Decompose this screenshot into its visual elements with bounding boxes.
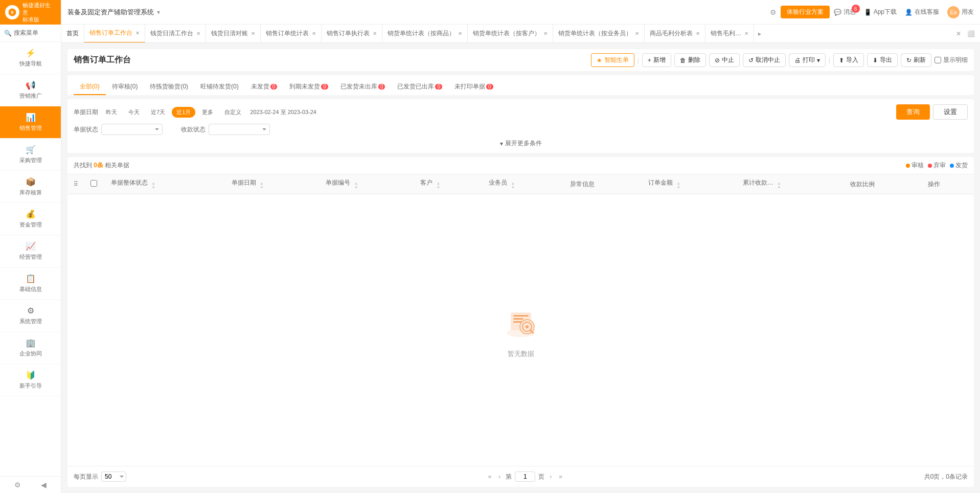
delete-icon: 🗑	[680, 57, 686, 64]
sidebar-item-finance[interactable]: 💰 资金管理	[0, 203, 61, 235]
sidebar-item-sales[interactable]: 📊 销售管理	[0, 106, 61, 139]
query-btn[interactable]: 查询	[896, 104, 930, 120]
tabbar-more-btn[interactable]: ▸	[754, 30, 765, 37]
date-btn-1month[interactable]: 近1月	[172, 107, 195, 118]
sidebar-item-operation[interactable]: 📈 经营管理	[0, 235, 61, 267]
expand-btn[interactable]: ▾ 展开更多条件	[500, 139, 542, 148]
sidebar-item-enterprise[interactable]: 🏢 企业协同	[0, 332, 61, 364]
sidebar-item-system[interactable]: ⚙ 系统管理	[0, 300, 61, 332]
table-area: 共找到 0条 相关单据 审核 弃审 发货	[67, 157, 974, 487]
tab-cash-reconcile[interactable]: 钱货日清对账 ✕	[206, 25, 261, 43]
last-page-btn[interactable]: »	[557, 472, 564, 481]
add-btn[interactable]: + 新增	[642, 53, 671, 67]
tab-cash-daily[interactable]: 钱货日清工作台 ✕	[145, 25, 206, 43]
date-btn-yesterday[interactable]: 昨天	[101, 107, 122, 118]
unreviewed-dot	[928, 164, 932, 168]
col-no[interactable]: 单据编号 ▲▼	[320, 174, 414, 194]
stop-btn[interactable]: ⊘ 中止	[709, 53, 740, 67]
tab-sales-stat[interactable]: 销售订单统计表 ✕	[261, 25, 322, 43]
cancel-stop-btn[interactable]: ↺ 取消中止	[743, 53, 786, 67]
col-customer[interactable]: 客户 ▲▼	[414, 174, 483, 194]
user-area[interactable]: Ea 用友	[947, 6, 974, 18]
prev-page-btn[interactable]: ‹	[496, 472, 503, 481]
date-btn-7days[interactable]: 近7天	[146, 107, 170, 118]
message-btn[interactable]: 💬 💬 6 消息	[834, 8, 856, 16]
plus-icon: +	[648, 57, 651, 64]
online-service-btn[interactable]: 👤 在线客服	[905, 8, 939, 16]
page-size-selector[interactable]: 50 10 20 100	[101, 472, 126, 482]
print-btn[interactable]: 🖨 打印 ▾	[789, 53, 826, 67]
import-btn[interactable]: ⬆ 导入	[833, 53, 864, 67]
filter-tab-not-printed[interactable]: 未打印单据0	[448, 79, 499, 95]
status-filter: 单据状态	[74, 124, 163, 135]
sidebar-item-quick-nav[interactable]: ⚡ 快捷导航	[0, 42, 61, 74]
tabbar-maximize-btn[interactable]: ⬜	[966, 29, 976, 39]
sidebar-item-basic-info[interactable]: 📋 基础信息	[0, 267, 61, 300]
search-menu[interactable]: 🔍 搜索菜单	[0, 25, 61, 42]
tab-home[interactable]: 首页	[61, 25, 84, 43]
stop-icon: ⊘	[715, 57, 720, 64]
export-btn[interactable]: ⬇ 导出	[867, 53, 898, 67]
tabbar-close-all-btn[interactable]: ✕	[953, 29, 964, 39]
status-select[interactable]	[101, 124, 163, 135]
sidebar-item-marketing[interactable]: 📢 营销推广	[0, 74, 61, 106]
tab-close-sales-order-ws[interactable]: ✕	[135, 30, 140, 36]
app-download-btn[interactable]: 📱 App下载	[864, 8, 897, 16]
tab-close-sales-increase[interactable]: ✕	[744, 31, 748, 36]
filter-tab-pending-review[interactable]: 待审核(0)	[106, 79, 144, 95]
sidebar-item-inventory[interactable]: 📦 库存核算	[0, 171, 61, 203]
collapse-btn[interactable]: ◀	[41, 481, 47, 489]
tab-close-cash-daily[interactable]: ✕	[196, 31, 200, 36]
settings-btn[interactable]: ⚙	[14, 481, 21, 489]
filter-tab-wangpu[interactable]: 旺铺待发货(0)	[194, 79, 245, 95]
unreviewed-action-btn[interactable]: 弃审	[928, 161, 946, 170]
tab-sales-exec[interactable]: 销售订单执行表 ✕	[322, 25, 382, 43]
review-action-btn[interactable]: 审核	[906, 161, 924, 170]
select-all-checkbox[interactable]	[90, 180, 97, 187]
col-amount[interactable]: 订单金额 ▲▼	[642, 174, 737, 194]
page-input[interactable]	[515, 472, 535, 482]
filter-tab-pending-inspect[interactable]: 待拣货验货(0)	[144, 79, 194, 95]
operation-icon: 📈	[26, 241, 36, 251]
industry-btn[interactable]: 体验行业方案	[781, 6, 830, 18]
tab-close-cash-reconcile[interactable]: ✕	[251, 31, 255, 36]
col-date[interactable]: 单据日期 ▲▼	[225, 174, 320, 194]
sidebar-item-purchase[interactable]: 🛒 采购管理	[0, 139, 61, 171]
filter-tab-shipped-not-stocked[interactable]: 已发货未出库0	[334, 79, 392, 95]
tab-close-sales-stat-customer[interactable]: ✕	[543, 31, 548, 36]
col-collected[interactable]: 累计收款… ▲▼	[737, 174, 844, 194]
filter-tab-all[interactable]: 全部(0)	[74, 79, 106, 95]
first-page-btn[interactable]: «	[486, 472, 494, 481]
filter-tab-not-shipped[interactable]: 未发货0	[245, 79, 284, 95]
show-detail-checkbox[interactable]	[935, 57, 941, 63]
set-btn[interactable]: 设置	[933, 104, 968, 120]
message-icon: 💬	[834, 9, 841, 16]
delete-btn[interactable]: 🗑 删除	[674, 53, 706, 67]
sidebar-item-guide[interactable]: 🔰 新手引导	[0, 364, 61, 396]
tab-sales-stat-customer[interactable]: 销货单统计表（按客户） ✕	[468, 25, 553, 43]
next-page-btn[interactable]: ›	[548, 472, 554, 481]
tab-sales-increase[interactable]: 销售毛利… ✕	[705, 25, 754, 43]
tab-close-sales-stat-staff[interactable]: ✕	[635, 31, 639, 36]
topbar-gear-icon[interactable]: ⚙	[770, 8, 777, 16]
filter-tab-shipped-stocked[interactable]: 已发货已出库0	[391, 79, 448, 95]
filter-tab-expired-not-shipped[interactable]: 到期未发货0	[283, 79, 334, 95]
tab-gross-margin[interactable]: 商品毛利分析表 ✕	[645, 25, 705, 43]
tab-sales-stat-staff[interactable]: 销货单统计表（按业务员） ✕	[553, 25, 645, 43]
tab-close-sales-exec[interactable]: ✕	[373, 31, 377, 36]
date-btn-custom[interactable]: 自定义	[220, 107, 246, 118]
table-top-actions: 审核 弃审 发货	[906, 161, 968, 170]
pagination: 每页显示 50 10 20 100 « ‹ 第 页 › »	[67, 466, 974, 487]
payment-select[interactable]	[209, 124, 270, 135]
tab-close-sales-stat[interactable]: ✕	[312, 31, 316, 36]
tab-close-gross-margin[interactable]: ✕	[696, 31, 700, 36]
tab-sales-order-ws[interactable]: 销售订单工作台 ✕	[84, 25, 145, 43]
date-btn-more[interactable]: 更多	[197, 107, 218, 118]
col-salesman[interactable]: 业务员 ▲▼	[483, 174, 564, 194]
smart-create-btn[interactable]: ★ 智能生单	[591, 53, 634, 67]
date-btn-today[interactable]: 今天	[124, 107, 144, 118]
refresh-btn[interactable]: ↻ 刷新	[901, 53, 931, 67]
tab-close-sales-stat-product[interactable]: ✕	[458, 31, 462, 36]
ship-action-btn[interactable]: 发货	[950, 161, 968, 170]
tab-sales-stat-product[interactable]: 销货单统计表（按商品） ✕	[382, 25, 468, 43]
